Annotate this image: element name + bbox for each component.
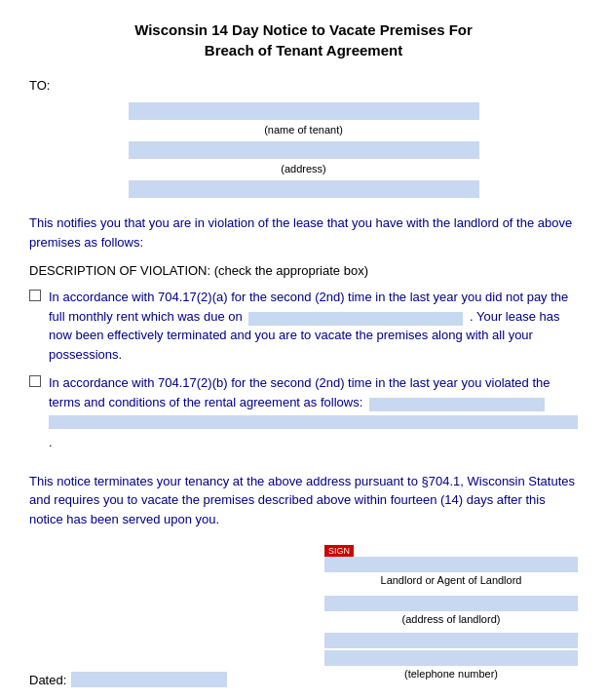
landlord-signature-line[interactable] xyxy=(324,557,578,572)
landlord-label: Landlord or Agent of Landlord xyxy=(324,574,578,586)
violation-details-input-1[interactable] xyxy=(369,398,545,411)
document-title: Wisconsin 14 Day Notice to Vacate Premis… xyxy=(29,19,578,60)
tenant-name-label: (name of tenant) xyxy=(264,124,343,136)
landlord-address-label: (address of landlord) xyxy=(324,613,578,625)
landlord-address-line[interactable] xyxy=(324,596,578,611)
checkbox-section-2: In accordance with 704.17(2)(b) for the … xyxy=(29,373,578,452)
telephone-label: (telephone number) xyxy=(324,668,578,680)
checkbox-section-1: In accordance with 704.17(2)(a) for the … xyxy=(29,288,578,364)
due-date-input[interactable] xyxy=(248,312,463,326)
description-header: DESCRIPTION OF VIOLATION: (check the app… xyxy=(29,263,578,278)
checkbox-1-text: In accordance with 704.17(2)(a) for the … xyxy=(49,288,578,364)
tenant-name-input[interactable] xyxy=(129,102,479,120)
checkbox-1[interactable] xyxy=(29,290,41,301)
violation-details-input-2[interactable] xyxy=(49,415,578,429)
notice-paragraph: This notice terminates your tenancy at t… xyxy=(29,472,578,529)
dated-label: Dated: xyxy=(29,673,66,687)
tenant-name-group: (name of tenant) (address) xyxy=(29,98,578,202)
to-label: TO: xyxy=(29,78,578,93)
tenant-extra-input[interactable] xyxy=(129,180,479,198)
tenant-address-input[interactable] xyxy=(129,141,479,159)
checkbox-2[interactable] xyxy=(29,375,41,387)
dated-area: Dated: xyxy=(29,672,227,687)
landlord-signature-area: SIGN Landlord or Agent of Landlord (addr… xyxy=(324,542,578,687)
tenant-address-label: (address) xyxy=(281,163,325,175)
sign-tag: SIGN xyxy=(324,545,354,557)
checkbox-2-text: In accordance with 704.17(2)(b) for the … xyxy=(49,373,578,452)
dated-input[interactable] xyxy=(71,672,227,687)
landlord-extra-line-1[interactable] xyxy=(324,633,578,648)
landlord-extra-line-2[interactable] xyxy=(324,650,578,666)
paragraph-violation: This notifies you that you are in violat… xyxy=(29,214,578,252)
